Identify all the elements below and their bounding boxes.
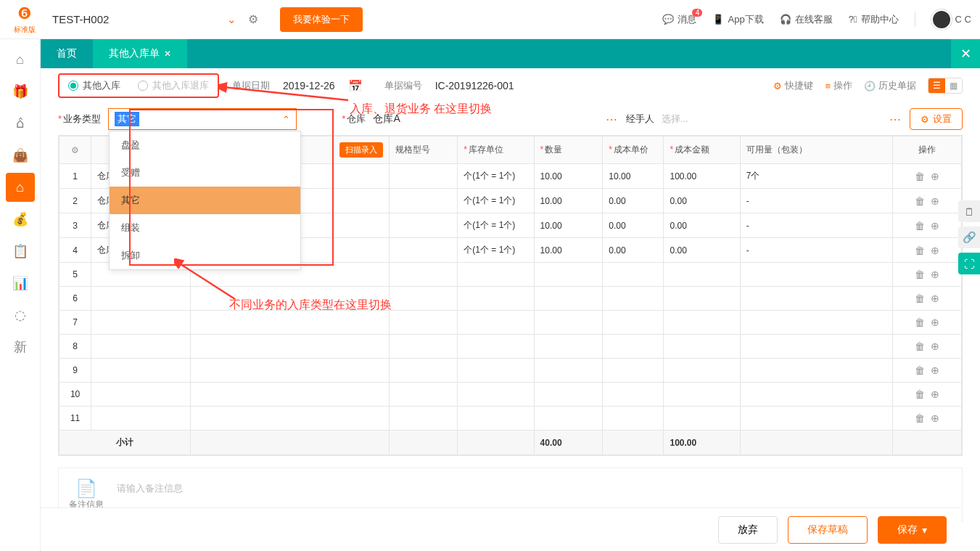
copy-icon[interactable]: ⊕ [931, 245, 939, 256]
cell-qty[interactable]: 10.00 [534, 164, 603, 189]
cell-unit[interactable] [458, 335, 534, 359]
cell-unit[interactable]: 个(1个 = 1个) [458, 238, 534, 263]
delete-icon[interactable]: 🗑 [915, 293, 925, 304]
cell-unit[interactable]: 个(1个 = 1个) [458, 164, 534, 189]
nav-bag-icon[interactable]: 👜 [6, 141, 35, 170]
app-download-link[interactable]: 📱 App下载 [712, 13, 763, 26]
date-value[interactable]: 2019-12-26 [283, 80, 335, 91]
view-list-icon[interactable]: ☰ [928, 78, 945, 93]
cell-amount[interactable] [664, 263, 740, 287]
cell-amount[interactable] [664, 335, 740, 359]
cell-qty[interactable] [534, 335, 603, 359]
cell-warehouse[interactable] [91, 383, 191, 407]
cancel-button[interactable]: 放弃 [718, 516, 778, 544]
ellipsis-icon[interactable]: ⋯ [889, 113, 901, 126]
org-selector[interactable]: TEST-H002 ⌄ [46, 13, 242, 26]
delete-icon[interactable]: 🗑 [915, 220, 925, 232]
ellipsis-icon[interactable]: ⋯ [606, 113, 617, 126]
copy-icon[interactable]: ⊕ [931, 269, 939, 280]
table-row[interactable]: 6🗑⊕ [59, 287, 962, 311]
scan-button[interactable]: 扫描录入 [339, 142, 383, 158]
cell-qty[interactable] [534, 311, 603, 335]
cell-unit[interactable]: 个(1个 = 1个) [458, 213, 534, 238]
delete-icon[interactable]: 🗑 [915, 388, 925, 400]
cell-amount[interactable] [664, 311, 740, 335]
cell-spec[interactable] [389, 335, 458, 359]
cell-spec[interactable] [389, 287, 458, 311]
cell-unit[interactable] [458, 263, 534, 287]
cell-price[interactable]: 0.00 [603, 213, 664, 238]
nav-clipboard-icon[interactable]: 📋 [6, 237, 35, 266]
cell-amount[interactable]: 0.00 [664, 213, 740, 238]
copy-icon[interactable]: ⊕ [931, 412, 939, 424]
table-row[interactable]: 8🗑⊕ [59, 335, 962, 359]
cell-product[interactable] [191, 359, 390, 383]
nav-money-icon[interactable]: 💰 [6, 205, 35, 234]
cell-unit[interactable]: 个(1个 = 1个) [458, 189, 534, 213]
cell-warehouse[interactable] [91, 311, 191, 335]
option-shouzeng[interactable]: 受赠 [110, 159, 300, 187]
biz-type-select[interactable]: 其它 ⌃ 盘盈 受赠 其它 组装 拆卸 [108, 108, 297, 130]
view-toggle[interactable]: ☰ ▦ [928, 78, 963, 94]
cell-product[interactable] [191, 407, 390, 430]
option-zuzhuang[interactable]: 组装 [110, 214, 300, 242]
cell-unit[interactable] [458, 287, 534, 311]
cell-warehouse[interactable] [91, 287, 191, 311]
cell-price[interactable] [603, 335, 664, 359]
history-link[interactable]: 🕘历史单据 [864, 79, 916, 92]
delete-icon[interactable]: 🗑 [915, 317, 925, 328]
cell-unit[interactable] [458, 407, 534, 430]
option-panying[interactable]: 盘盈 [110, 131, 300, 159]
delete-icon[interactable]: 🗑 [915, 412, 925, 424]
delete-icon[interactable]: 🗑 [915, 269, 925, 280]
copy-icon[interactable]: ⊕ [931, 171, 939, 182]
close-all-tabs[interactable]: ✕ [951, 39, 980, 68]
cell-qty[interactable] [534, 383, 603, 407]
setting-button[interactable]: ⚙ 设置 [910, 108, 963, 130]
cell-amount[interactable] [664, 359, 740, 383]
cell-spec[interactable] [389, 189, 458, 213]
cell-qty[interactable]: 10.00 [534, 189, 603, 213]
calendar-icon[interactable]: 📅 [348, 79, 363, 93]
copy-icon[interactable]: ⊕ [931, 364, 939, 376]
col-gear[interactable]: ⚙ [59, 136, 91, 164]
cell-amount[interactable]: 0.00 [664, 189, 740, 213]
cell-price[interactable] [603, 311, 664, 335]
cell-warehouse[interactable] [91, 359, 191, 383]
cell-warehouse[interactable] [91, 335, 191, 359]
radio-other-in[interactable]: 其他入库 [68, 79, 120, 92]
cell-spec[interactable] [389, 238, 458, 263]
delete-icon[interactable]: 🗑 [915, 195, 925, 207]
cell-spec[interactable] [389, 383, 458, 407]
cell-spec[interactable] [389, 263, 458, 287]
table-row[interactable]: 11🗑⊕ [59, 407, 962, 430]
copy-icon[interactable]: ⊕ [931, 293, 939, 304]
table-row[interactable]: 7🗑⊕ [59, 311, 962, 335]
cell-amount[interactable]: 0.00 [664, 238, 740, 263]
tab-home[interactable]: 首页 [41, 39, 93, 68]
option-chaixie[interactable]: 拆卸 [110, 242, 300, 269]
cell-qty[interactable] [534, 263, 603, 287]
shortcut-link[interactable]: ⚙快捷键 [773, 79, 813, 92]
cell-product[interactable] [191, 335, 390, 359]
cell-price[interactable] [603, 407, 664, 430]
cell-price[interactable] [603, 359, 664, 383]
cell-qty[interactable] [534, 287, 603, 311]
delete-icon[interactable]: 🗑 [915, 340, 925, 352]
nav-warehouse-icon[interactable]: ⌂ [6, 173, 35, 202]
table-row[interactable]: 9🗑⊕ [59, 359, 962, 383]
cell-spec[interactable] [389, 164, 458, 189]
delete-icon[interactable]: 🗑 [915, 171, 925, 182]
nav-house-icon[interactable]: ⌂̂ [6, 109, 35, 138]
close-icon[interactable]: ✕ [164, 49, 171, 59]
cell-price[interactable]: 0.00 [603, 238, 664, 263]
handler-placeholder[interactable]: 选择... [662, 113, 688, 126]
operate-link[interactable]: ≡操作 [825, 79, 852, 92]
cell-spec[interactable] [389, 213, 458, 238]
cell-unit[interactable] [458, 359, 534, 383]
save-draft-button[interactable]: 保存草稿 [788, 516, 868, 544]
cell-price[interactable] [603, 287, 664, 311]
user-menu[interactable]: C C [931, 9, 971, 30]
cell-qty[interactable] [534, 407, 603, 430]
gear-icon[interactable]: ⚙ [248, 12, 258, 26]
